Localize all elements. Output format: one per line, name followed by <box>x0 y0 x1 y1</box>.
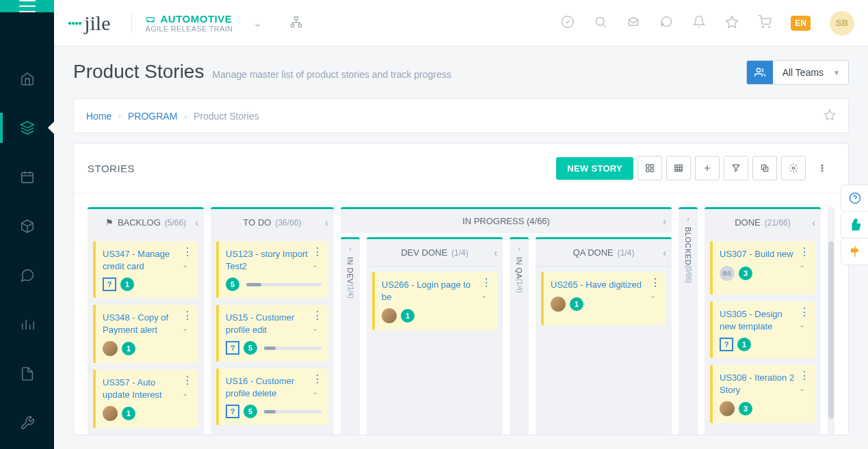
card-expand-icon[interactable]: ⌄ <box>312 387 323 396</box>
chevron-down-icon: ▼ <box>833 69 848 77</box>
card-title[interactable]: US308 - Iteration 2 Story <box>720 372 808 396</box>
card-title[interactable]: US348 - Copy of Payment alert <box>103 312 192 336</box>
card-menu-icon[interactable]: ⋮ <box>182 310 193 321</box>
card-expand-icon[interactable]: ⌄ <box>182 324 193 333</box>
more-icon[interactable] <box>810 156 834 180</box>
card-title[interactable]: US123 - story Import Test2 <box>226 248 321 272</box>
chat-icon[interactable] <box>659 15 673 31</box>
card-menu-icon[interactable]: ⋮ <box>312 374 323 385</box>
column-todo: TO DO (36/66) ‹ US123 - story Import Tes… <box>211 207 334 435</box>
menu-toggle[interactable] <box>0 0 54 12</box>
breadcrumb-program[interactable]: PROGRAM <box>128 111 177 122</box>
story-card[interactable]: US15 - Customer profile edit⋮⌄?5 <box>216 305 328 362</box>
story-card[interactable]: US308 - Iteration 2 Story⋮⌄3 <box>710 365 815 423</box>
copy-icon[interactable] <box>752 156 777 180</box>
nav-tools[interactable] <box>12 408 42 438</box>
nav-comment[interactable] <box>12 260 42 290</box>
story-card[interactable]: US305 - Design new template⋮⌄?1 <box>710 301 815 358</box>
logo[interactable]: ●●●● jile <box>68 12 111 35</box>
nav-home[interactable] <box>12 64 42 94</box>
card-expand-icon[interactable]: ⌄ <box>799 260 810 269</box>
card-expand-icon[interactable]: ⌄ <box>182 389 193 398</box>
workspace-switcher[interactable]: AUTOMOTIVE AGILE RELEASE TRAIN <box>131 13 233 33</box>
add-icon[interactable] <box>695 156 720 180</box>
user-avatar[interactable]: SB <box>830 11 854 36</box>
card-menu-icon[interactable]: ⋮ <box>799 307 810 318</box>
collapse-icon[interactable]: ‹ <box>663 247 666 258</box>
bell-icon[interactable] <box>692 15 706 31</box>
card-title[interactable]: US16 - Customer profile delete <box>226 375 321 399</box>
collapse-icon[interactable]: ‹ <box>663 216 666 227</box>
card-menu-icon[interactable]: ⋮ <box>650 277 661 288</box>
nav-calendar[interactable] <box>12 162 42 192</box>
story-card[interactable]: US123 - story Import Test2⋮⌄5 <box>216 241 328 298</box>
card-count-badge: 3 <box>739 267 752 280</box>
story-card[interactable]: US265 - Have digitized⋮⌄1 <box>541 272 666 325</box>
story-card[interactable]: US266 - Login page to be⋮⌄1 <box>372 272 497 330</box>
filter-icon[interactable] <box>724 156 748 180</box>
card-title[interactable]: US307 - Build new <box>720 248 808 260</box>
team-selector[interactable]: All Teams ▼ <box>746 60 849 85</box>
check-icon[interactable] <box>561 15 575 31</box>
card-title[interactable]: US266 - Login page to be <box>382 279 490 303</box>
card-expand-icon[interactable]: ⌄ <box>182 260 193 269</box>
nav-box[interactable] <box>12 211 42 241</box>
card-menu-icon[interactable]: ⋮ <box>182 247 193 258</box>
story-card[interactable]: US357 - Auto update Interest⋮⌄1 <box>93 370 198 428</box>
done-scrollbar[interactable] <box>828 207 834 435</box>
card-menu-icon[interactable]: ⋮ <box>312 247 323 258</box>
collapse-icon[interactable]: ‹ <box>812 217 815 228</box>
inbox-icon[interactable] <box>627 15 640 31</box>
cart-icon[interactable] <box>758 15 772 31</box>
svg-rect-16 <box>650 169 653 172</box>
card-expand-icon[interactable]: ⌄ <box>650 291 661 300</box>
card-expand-icon[interactable]: ⌄ <box>312 260 323 269</box>
view-table-icon[interactable] <box>666 156 691 180</box>
svg-point-20 <box>792 167 795 169</box>
assignee-avatar <box>103 406 118 421</box>
card-menu-icon[interactable]: ⋮ <box>182 375 193 386</box>
story-card[interactable]: US348 - Copy of Payment alert⋮⌄1 <box>93 305 198 363</box>
collapse-icon[interactable]: ‹ <box>325 217 328 228</box>
svg-rect-6 <box>291 24 294 27</box>
card-expand-icon[interactable]: ⌄ <box>799 384 810 393</box>
card-title[interactable]: US347 - Manage credit card <box>103 248 192 272</box>
card-title[interactable]: US305 - Design new template <box>720 308 808 332</box>
workspace-chevron-icon[interactable]: ⌄ <box>253 16 262 29</box>
story-card[interactable]: US307 - Build new⋮⌄BS3 <box>710 241 815 295</box>
star-icon[interactable] <box>725 15 739 31</box>
column-blocked-collapsed[interactable]: › BLOCKED (0/66) <box>679 207 698 435</box>
signpost-icon[interactable] <box>841 238 868 265</box>
nav-stories[interactable] <box>12 113 42 143</box>
card-title[interactable]: US265 - Have digitized <box>551 279 659 291</box>
column-in-dev-collapsed[interactable]: › IN DEV (1/4) <box>341 237 360 435</box>
card-title[interactable]: US357 - Auto update Interest <box>103 377 192 400</box>
page-subtitle: Manage master list of product stories an… <box>212 69 451 80</box>
card-menu-icon[interactable]: ⋮ <box>481 277 492 288</box>
settings-icon[interactable] <box>781 156 806 180</box>
story-card[interactable]: US16 - Customer profile delete⋮⌄?5 <box>216 368 328 425</box>
search-icon[interactable] <box>594 15 607 31</box>
nav-chart[interactable] <box>12 310 42 340</box>
org-chart-icon[interactable] <box>289 15 303 31</box>
story-card[interactable]: US347 - Manage credit card⋮⌄?1 <box>93 241 198 298</box>
help-icon[interactable] <box>841 185 868 212</box>
thumbs-up-icon[interactable] <box>841 211 868 239</box>
card-expand-icon[interactable]: ⌄ <box>799 321 810 329</box>
card-expand-icon[interactable]: ⌄ <box>312 324 323 333</box>
column-in-qa-collapsed[interactable]: › IN QA (1/4) <box>510 237 529 435</box>
breadcrumb-home[interactable]: Home <box>86 111 111 122</box>
favorite-icon[interactable] <box>824 109 836 123</box>
card-expand-icon[interactable]: ⌄ <box>481 291 492 300</box>
nav-docs[interactable] <box>12 359 42 389</box>
card-menu-icon[interactable]: ⋮ <box>799 247 810 258</box>
card-menu-icon[interactable]: ⋮ <box>312 310 323 321</box>
card-title[interactable]: US15 - Customer profile edit <box>226 312 321 336</box>
new-story-button[interactable]: NEW STORY <box>556 157 633 180</box>
collapse-icon[interactable]: ‹ <box>195 217 198 228</box>
column-done: DONE (21/66) ‹ US307 - Build new⋮⌄BS3US3… <box>705 207 821 435</box>
view-grid-icon[interactable] <box>637 156 662 180</box>
language-badge[interactable]: EN <box>791 16 811 31</box>
card-menu-icon[interactable]: ⋮ <box>799 370 810 381</box>
collapse-icon[interactable]: ‹ <box>494 247 497 258</box>
